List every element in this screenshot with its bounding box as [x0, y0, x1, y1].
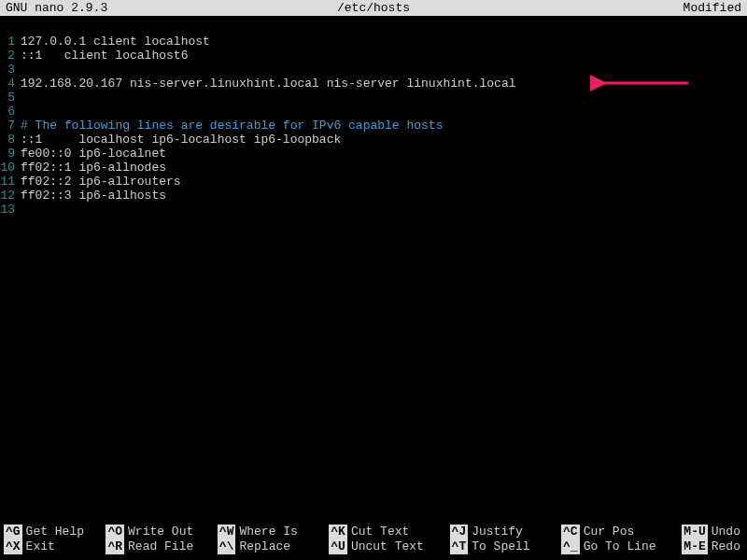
shortcut-key: ^C: [561, 525, 580, 539]
shortcut-key: ^T: [450, 539, 469, 554]
shortcut-key: ^U: [329, 539, 347, 554]
line-number: 5: [0, 91, 21, 105]
editor-line[interactable]: 1127.0.0.1 client localhost: [0, 35, 747, 49]
app-name: GNU nano 2.9.3: [6, 0, 107, 16]
line-number: 1: [0, 35, 21, 49]
editor-line[interactable]: 7# The following lines are desirable for…: [0, 119, 747, 133]
line-number: 8: [0, 133, 21, 147]
shortcut-label: Exit: [26, 539, 55, 554]
shortcut-replace[interactable]: ^\Replace: [218, 539, 329, 554]
line-content[interactable]: ::1 client localhost6: [21, 49, 188, 63]
shortcut-write-out[interactable]: ^OWrite Out: [106, 525, 217, 539]
shortcut-exit[interactable]: ^XExit: [4, 539, 106, 554]
shortcut-label: Write Out: [128, 525, 193, 539]
line-content[interactable]: ff02::1 ip6-allnodes: [21, 161, 166, 175]
shortcut-key: ^J: [450, 525, 469, 539]
shortcut-label: Get Help: [26, 525, 84, 539]
editor-line[interactable]: 8::1 localhost ip6-localhost ip6-loopbac…: [0, 133, 747, 147]
line-content[interactable]: 127.0.0.1 client localhost: [21, 35, 210, 49]
shortcut-label: Uncut Text: [351, 539, 424, 554]
line-content[interactable]: fe00::0 ip6-localnet: [21, 147, 166, 161]
shortcut-label: Go To Line: [584, 539, 656, 554]
shortcut-label: To Spell: [472, 539, 529, 554]
editor-line[interactable]: 2::1 client localhost6: [0, 49, 747, 63]
line-number: 7: [0, 119, 21, 133]
line-number: 6: [0, 105, 21, 119]
editor-line[interactable]: 3: [0, 63, 747, 77]
shortcut-key: ^W: [218, 525, 236, 539]
shortcut-key: ^O: [106, 525, 124, 539]
editor-area[interactable]: 1127.0.0.1 client localhost2::1 client l…: [0, 16, 747, 217]
shortcut-uncut-text[interactable]: ^UUncut Text: [329, 539, 449, 554]
line-content[interactable]: # The following lines are desirable for …: [21, 119, 443, 133]
editor-line[interactable]: 13: [0, 203, 747, 217]
shortcut-label: Cur Pos: [584, 525, 635, 539]
editor-line[interactable]: 4192.168.20.167 nis-server.linuxhint.loc…: [0, 77, 747, 91]
editor-line[interactable]: 12ff02::3 ip6-allhosts: [0, 189, 747, 203]
line-number: 2: [0, 49, 21, 63]
shortcut-key: M-E: [682, 539, 707, 554]
shortcut-label: Redo: [712, 539, 740, 554]
shortcut-label: Read File: [128, 539, 193, 554]
titlebar: GNU nano 2.9.3 /etc/hosts Modified: [0, 0, 747, 16]
shortcut-get-help[interactable]: ^GGet Help: [4, 525, 106, 539]
shortcut-read-file[interactable]: ^RRead File: [106, 539, 217, 554]
line-number: 11: [0, 175, 21, 189]
shortcut-label: Cut Text: [351, 525, 409, 539]
shortcut-key: ^R: [106, 539, 124, 554]
shortcut-label: Justify: [472, 525, 523, 539]
editor-line[interactable]: 5: [0, 91, 747, 105]
shortcut-key: M-U: [682, 525, 707, 539]
shortcut-key: ^G: [4, 525, 22, 539]
editor-line[interactable]: 9fe00::0 ip6-localnet: [0, 147, 747, 161]
editor-line[interactable]: 6: [0, 105, 747, 119]
file-path: /etc/hosts: [337, 0, 410, 16]
shortcut-go-to-line[interactable]: ^_Go To Line: [561, 539, 682, 554]
line-number: 4: [0, 77, 21, 91]
shortcut-bar: ^GGet Help^OWrite Out^WWhere Is^KCut Tex…: [0, 525, 747, 554]
shortcut-key: ^K: [329, 525, 347, 539]
shortcut-label: Replace: [239, 539, 290, 554]
shortcut-key: ^X: [4, 539, 22, 554]
shortcut-key: ^_: [561, 539, 580, 554]
shortcut-cur-pos[interactable]: ^CCur Pos: [561, 525, 682, 539]
line-content[interactable]: 192.168.20.167 nis-server.linuxhint.loca…: [21, 77, 516, 91]
shortcut-redo[interactable]: M-ERedo: [682, 539, 747, 554]
shortcut-to-spell[interactable]: ^TTo Spell: [450, 539, 561, 554]
line-content[interactable]: ff02::2 ip6-allrouters: [21, 175, 181, 189]
shortcut-where-is[interactable]: ^WWhere Is: [218, 525, 329, 539]
shortcut-key: ^\: [218, 539, 236, 554]
shortcut-justify[interactable]: ^JJustify: [450, 525, 561, 539]
line-number: 3: [0, 63, 21, 77]
shortcut-label: Undo: [712, 525, 740, 539]
line-number: 9: [0, 147, 21, 161]
line-content[interactable]: ::1 localhost ip6-localhost ip6-loopback: [21, 133, 341, 147]
shortcut-undo[interactable]: M-UUndo: [682, 525, 747, 539]
line-number: 13: [0, 203, 21, 217]
editor-line[interactable]: 10ff02::1 ip6-allnodes: [0, 161, 747, 175]
shortcut-cut-text[interactable]: ^KCut Text: [329, 525, 449, 539]
line-content[interactable]: ff02::3 ip6-allhosts: [21, 189, 166, 203]
line-number: 10: [0, 161, 21, 175]
editor-line[interactable]: 11ff02::2 ip6-allrouters: [0, 175, 747, 189]
shortcut-label: Where Is: [239, 525, 297, 539]
line-number: 12: [0, 189, 21, 203]
modified-status: Modified: [684, 0, 741, 16]
